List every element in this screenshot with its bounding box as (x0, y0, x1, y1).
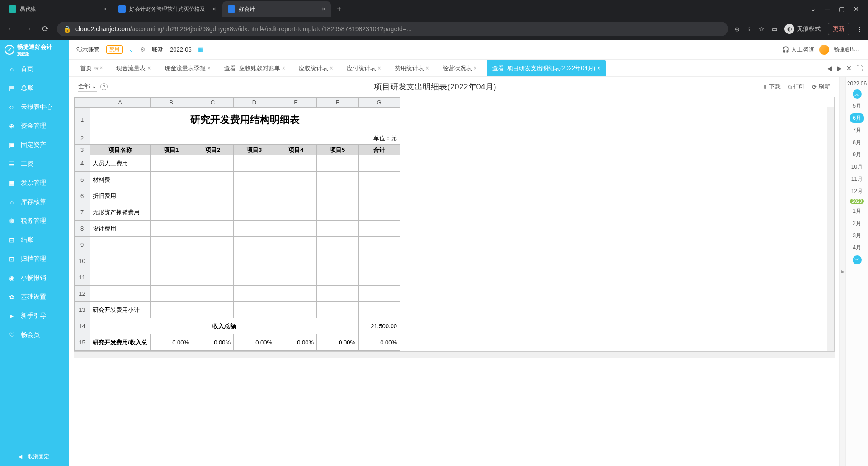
cell[interactable] (317, 155, 359, 172)
ctab-ap-stat[interactable]: 应付统计表× (343, 60, 385, 77)
fullscreen-icon[interactable]: ⛶ (856, 65, 863, 72)
sidebar-item-tax[interactable]: ❁税务管理 (0, 212, 69, 231)
sidebar-item-vip[interactable]: ♡畅会员 (0, 325, 69, 344)
row-header[interactable]: 14 (75, 318, 90, 334)
rail-month[interactable]: 2月 (853, 219, 861, 228)
col-header[interactable]: D (234, 98, 275, 108)
sidebar-item-settings[interactable]: ✿基础设置 (0, 287, 69, 306)
cell[interactable] (234, 172, 275, 188)
ctab-expense-stat[interactable]: 费用统计表× (391, 60, 433, 77)
cell[interactable]: 材料费 (90, 172, 151, 188)
ctab-rd-detail[interactable]: 查看_项目研发支出明细表(2022年04月)× (487, 60, 606, 77)
row-header[interactable]: 12 (75, 286, 90, 302)
gear-icon[interactable]: ⚙ (140, 46, 146, 53)
avatar[interactable] (819, 45, 829, 55)
cell[interactable] (359, 155, 400, 172)
sidebar-item-inventory[interactable]: ⌂库存核算 (0, 193, 69, 212)
help-icon[interactable]: ? (100, 83, 108, 90)
col-header[interactable]: G (359, 98, 400, 108)
title-cell[interactable]: 研究开发费用结构明细表 (90, 108, 400, 132)
cell[interactable] (90, 253, 151, 269)
cell[interactable] (151, 286, 192, 302)
cell[interactable] (275, 237, 317, 253)
cell[interactable] (151, 253, 192, 269)
cell[interactable] (359, 204, 400, 221)
rail-month[interactable]: 4月 (853, 243, 861, 253)
close-icon[interactable]: × (330, 65, 333, 71)
menu-icon[interactable]: ⋮ (857, 26, 863, 33)
ctab-cashflow[interactable]: 现金流量表× (113, 60, 154, 77)
cell[interactable] (317, 253, 359, 269)
chevron-down-icon[interactable]: ⌄ (811, 5, 816, 13)
cell[interactable] (192, 286, 234, 302)
update-button[interactable]: 更新 (828, 23, 849, 35)
cell[interactable] (151, 269, 192, 286)
scroll-right-icon[interactable]: ▶ (837, 65, 842, 72)
income-total-cell[interactable]: 21,500.00 (359, 318, 400, 334)
close-icon[interactable]: × (282, 65, 285, 71)
cell[interactable] (317, 204, 359, 221)
cell[interactable] (192, 221, 234, 237)
ratio-cell[interactable]: 0.00% (151, 334, 192, 351)
minimize-icon[interactable]: ─ (825, 5, 830, 13)
cell[interactable] (359, 221, 400, 237)
ratio-cell[interactable]: 0.00% (359, 334, 400, 351)
cell[interactable] (151, 302, 192, 318)
share-icon[interactable]: ⇪ (747, 26, 752, 33)
rail-month[interactable]: 11月 (851, 174, 863, 184)
address-bar[interactable]: 🔒 cloud2.chanjet.com/accounting/uh26t264… (57, 22, 728, 36)
ctab-ar-stat[interactable]: 应收统计表× (295, 60, 337, 77)
sidebar-item-archive[interactable]: ⊡归档管理 (0, 249, 69, 268)
rail-month[interactable]: 5月 (853, 101, 861, 111)
browser-tab-2[interactable]: 好会计 × (222, 1, 331, 17)
sidebar-item-salary[interactable]: ☰工资 (0, 155, 69, 174)
cell[interactable]: 设计费用 (90, 221, 151, 237)
header-cell[interactable]: 项目5 (317, 145, 359, 155)
cell[interactable] (90, 269, 151, 286)
header-cell[interactable]: 项目1 (151, 145, 192, 155)
calendar-icon[interactable]: ▦ (198, 46, 203, 53)
cell[interactable] (192, 172, 234, 188)
print-button[interactable]: ⎙打印 (788, 83, 805, 91)
cell[interactable] (275, 269, 317, 286)
account-dropdown[interactable]: ⌄ (129, 46, 134, 53)
cell[interactable]: 人员人工费用 (90, 155, 151, 172)
cell[interactable]: 折旧费用 (90, 188, 151, 204)
cell[interactable] (275, 302, 317, 318)
header-cell[interactable]: 项目3 (234, 145, 275, 155)
row-header[interactable]: 11 (75, 269, 90, 286)
cell[interactable] (275, 286, 317, 302)
cell[interactable] (317, 269, 359, 286)
cell[interactable] (192, 269, 234, 286)
sidebar-item-invoice[interactable]: ▦发票管理 (0, 174, 69, 193)
cell[interactable] (275, 253, 317, 269)
refresh-button[interactable]: ⟳刷新 (812, 83, 830, 91)
download-button[interactable]: ⇩下载 (763, 83, 781, 91)
col-header[interactable]: F (317, 98, 359, 108)
close-window-icon[interactable]: ✕ (854, 5, 859, 13)
cell[interactable]: 无形资产摊销费用 (90, 204, 151, 221)
row-header[interactable]: 8 (75, 221, 90, 237)
cell[interactable] (359, 286, 400, 302)
cell[interactable] (317, 286, 359, 302)
cell[interactable] (317, 188, 359, 204)
col-header[interactable]: A (90, 98, 151, 108)
close-icon[interactable]: × (378, 65, 381, 71)
cell[interactable] (275, 204, 317, 221)
cell[interactable] (234, 155, 275, 172)
cell[interactable] (151, 237, 192, 253)
close-icon[interactable]: × (103, 5, 107, 13)
rail-down-button[interactable]: ︾ (853, 255, 862, 264)
row-header[interactable]: 2 (75, 132, 90, 145)
cell[interactable] (275, 221, 317, 237)
rail-month[interactable]: 8月 (853, 138, 861, 147)
header-cell[interactable]: 项目2 (192, 145, 234, 155)
ctab-operating[interactable]: 经营状况表× (439, 60, 481, 77)
reader-icon[interactable]: ▭ (772, 26, 777, 33)
sidebar-item-home[interactable]: ⌂首页 (0, 60, 69, 79)
row-header[interactable]: 13 (75, 302, 90, 318)
horizontal-scrollbar[interactable] (74, 351, 835, 358)
cell[interactable] (192, 237, 234, 253)
cell[interactable] (317, 221, 359, 237)
forward-button[interactable]: → (23, 24, 33, 34)
